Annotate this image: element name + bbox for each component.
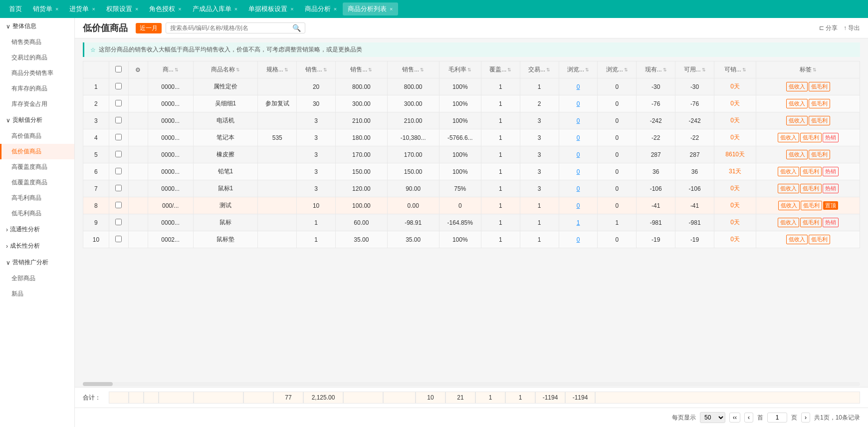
view1-link[interactable]: 0: [577, 117, 580, 124]
nav-purchase-order[interactable]: 进货单 ×: [64, 2, 100, 15]
search-icon[interactable]: 🔍: [292, 24, 301, 32]
first-page-button[interactable]: ‹‹: [729, 413, 740, 423]
th-name[interactable]: 商品名称⇅: [193, 61, 258, 78]
cell-view1[interactable]: 0: [559, 95, 598, 112]
cell-check[interactable]: [109, 197, 128, 214]
row-checkbox[interactable]: [115, 168, 122, 174]
view1-link[interactable]: 0: [577, 134, 580, 141]
page-number-input[interactable]: [767, 413, 787, 423]
th-avail[interactable]: 可用...⇅: [675, 61, 714, 78]
cell-check[interactable]: [109, 112, 128, 129]
cell-check[interactable]: [109, 180, 128, 197]
search-input[interactable]: [170, 24, 290, 31]
sidebar-group-title-overview[interactable]: ∨ 整体信息: [0, 18, 74, 34]
nav-close-icon[interactable]: ×: [290, 6, 293, 12]
table-container[interactable]: ⚙ 商...⇅ 商品名称⇅ 规格...⇅ 销售...⇅ 销售...⇅ 销售...…: [75, 61, 868, 381]
th-stock[interactable]: 现有...⇅: [637, 61, 675, 78]
nav-close-icon[interactable]: ×: [234, 6, 237, 12]
sidebar-item-stock-funds[interactable]: 库存资金占用: [0, 96, 74, 112]
th-sales-amt[interactable]: 销售...⇅: [335, 61, 387, 78]
view1-link[interactable]: 0: [577, 202, 580, 209]
row-checkbox[interactable]: [115, 117, 122, 123]
cell-check[interactable]: [109, 214, 128, 231]
sidebar-item-low-value[interactable]: 低价值商品: [0, 144, 74, 159]
nav-close-icon[interactable]: ×: [92, 6, 95, 12]
cell-check[interactable]: [109, 95, 128, 112]
nav-product-analysis[interactable]: 商品分析 ×: [300, 2, 342, 15]
th-sales-profit[interactable]: 销售...⇅: [387, 61, 439, 78]
cell-check[interactable]: [109, 231, 128, 248]
sidebar-group-title-flow[interactable]: › 流通性分析: [0, 221, 74, 238]
nav-role-auth[interactable]: 角色授权 ×: [144, 2, 186, 15]
cell-check[interactable]: [109, 129, 128, 146]
view1-link[interactable]: 0: [577, 168, 580, 175]
sidebar-item-traded-products[interactable]: 交易过的商品: [0, 50, 74, 65]
prev-page-button[interactable]: ‹: [744, 413, 753, 423]
cell-view1[interactable]: 0: [559, 163, 598, 180]
sidebar-item-high-value[interactable]: 高价值商品: [0, 128, 74, 144]
cell-view1[interactable]: 0: [559, 180, 598, 197]
view1-link[interactable]: 1: [577, 219, 580, 226]
row-checkbox[interactable]: [115, 202, 122, 208]
row-checkbox[interactable]: [115, 236, 122, 242]
cell-view1[interactable]: 0: [559, 197, 598, 214]
share-button[interactable]: ⊏ 分享: [819, 24, 838, 32]
row-checkbox[interactable]: [115, 134, 122, 140]
th-tag[interactable]: 标签⇅: [756, 61, 860, 78]
row-checkbox[interactable]: [115, 83, 122, 89]
nav-product-analysis-list[interactable]: 商品分析列表 ×: [343, 2, 398, 15]
sidebar-item-all-products[interactable]: 全部商品: [0, 271, 74, 286]
nav-home[interactable]: 首页: [4, 2, 27, 15]
th-view1[interactable]: 浏览...⇅: [559, 61, 598, 78]
view1-link[interactable]: 0: [577, 151, 580, 158]
sidebar-item-new-products[interactable]: 新品: [0, 286, 74, 302]
cell-check[interactable]: [109, 78, 128, 95]
th-trade[interactable]: 交易...⇅: [520, 61, 559, 78]
nav-close-icon[interactable]: ×: [55, 6, 58, 12]
th-cover[interactable]: 覆盖...⇅: [481, 61, 520, 78]
th-spec[interactable]: 规格...⇅: [258, 61, 297, 78]
cell-view1[interactable]: 0: [559, 146, 598, 163]
row-checkbox[interactable]: [115, 151, 122, 157]
nav-template-settings[interactable]: 单据模板设置 ×: [243, 2, 298, 15]
nav-close-icon[interactable]: ×: [178, 6, 181, 12]
row-checkbox[interactable]: [115, 219, 122, 225]
view1-link[interactable]: 0: [577, 100, 580, 107]
horizontal-scrollbar[interactable]: [83, 382, 860, 386]
select-all-checkbox[interactable]: [115, 66, 122, 72]
cell-check[interactable]: [109, 146, 128, 163]
sidebar-group-title-contribution[interactable]: ∨ 贡献值分析: [0, 112, 74, 128]
cell-check[interactable]: [109, 163, 128, 180]
cell-view1[interactable]: 0: [559, 231, 598, 248]
sidebar-item-category-sales-rate[interactable]: 商品分类销售率: [0, 65, 74, 81]
cell-view1[interactable]: 0: [559, 78, 598, 95]
sidebar-item-low-coverage[interactable]: 低覆盖度商品: [0, 175, 74, 190]
th-sales-qty[interactable]: 销售...⇅: [297, 61, 336, 78]
sidebar-item-sales-products[interactable]: 销售类商品: [0, 34, 74, 50]
nav-close-icon[interactable]: ×: [135, 6, 138, 12]
sidebar-item-stocked-products[interactable]: 有库存的商品: [0, 81, 74, 96]
sidebar-group-title-growth[interactable]: › 成长性分析: [0, 238, 74, 254]
nav-sales-order[interactable]: 销货单 ×: [28, 2, 63, 15]
export-button[interactable]: ↑ 导出: [844, 24, 860, 32]
sidebar-item-high-coverage[interactable]: 高覆盖度商品: [0, 159, 74, 175]
cell-view1[interactable]: 0: [559, 129, 598, 146]
view1-link[interactable]: 0: [577, 83, 580, 90]
view1-link[interactable]: 0: [577, 185, 580, 192]
nav-close-icon[interactable]: ×: [390, 6, 393, 12]
th-gross-rate[interactable]: 毛利率⇅: [439, 61, 481, 78]
th-settings[interactable]: ⚙: [128, 61, 148, 78]
nav-close-icon[interactable]: ×: [334, 6, 337, 12]
view1-link[interactable]: 0: [577, 236, 580, 243]
scrollbar-thumb[interactable]: [83, 382, 113, 386]
th-view2[interactable]: 浏览...⇅: [598, 61, 637, 78]
row-checkbox[interactable]: [115, 100, 122, 106]
nav-product-inbound[interactable]: 产成品入库单 ×: [188, 2, 242, 15]
sidebar-item-low-profit[interactable]: 低毛利商品: [0, 206, 74, 221]
next-page-button[interactable]: ›: [801, 413, 810, 423]
cell-view1[interactable]: 1: [559, 214, 598, 231]
row-checkbox[interactable]: [115, 185, 122, 191]
nav-permission-settings[interactable]: 权限设置 ×: [101, 2, 143, 15]
sidebar-group-title-marketing[interactable]: ∨ 营销推广分析: [0, 254, 74, 271]
time-filter-button[interactable]: 近一月: [136, 23, 162, 33]
